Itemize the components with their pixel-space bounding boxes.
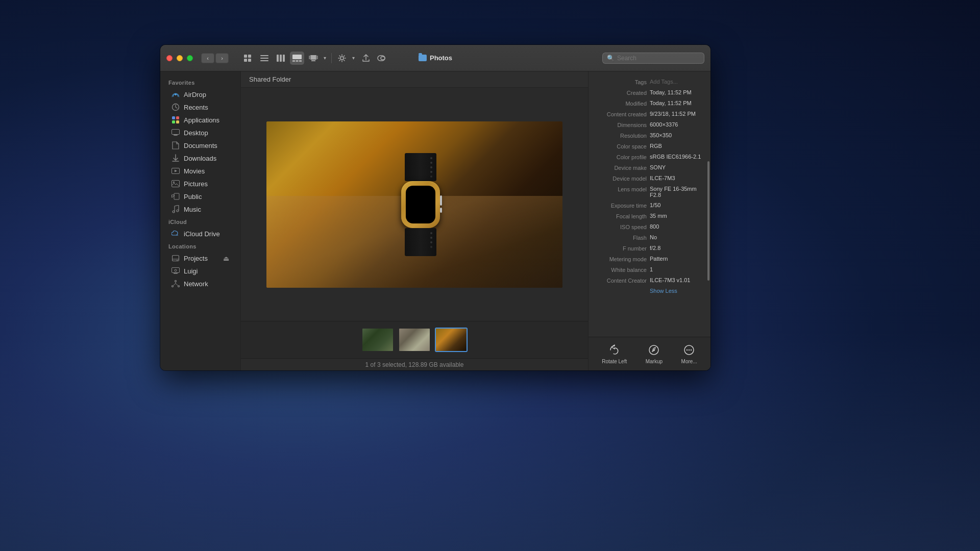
exposure-label: Exposure time xyxy=(596,202,647,209)
sidebar-item-movies[interactable]: Movies xyxy=(163,165,237,177)
close-button[interactable] xyxy=(166,55,173,61)
more-button[interactable]: More... xyxy=(681,343,697,364)
band-hole xyxy=(430,176,432,178)
info-row-color-space: Color space RGB xyxy=(596,143,703,149)
search-input[interactable] xyxy=(617,55,700,62)
view-icon-button[interactable] xyxy=(241,52,255,65)
svg-rect-11 xyxy=(292,60,295,62)
svg-rect-28 xyxy=(175,135,177,136)
info-row-created: Created Today, 11:52 PM xyxy=(596,89,703,96)
desktop-icon xyxy=(172,129,180,137)
sidebar-item-documents[interactable]: Documents xyxy=(163,139,237,152)
tag-icon xyxy=(377,54,387,62)
sidebar-item-downloads[interactable]: Downloads xyxy=(163,152,237,164)
svg-rect-5 xyxy=(260,58,268,59)
projects-label: Projects xyxy=(184,255,208,262)
favorites-section-label: Favorites xyxy=(160,77,240,88)
svg-rect-2 xyxy=(244,59,247,62)
sidebar-item-luigi[interactable]: Luigi xyxy=(163,265,237,277)
sidebar-item-recents[interactable]: Recents xyxy=(163,101,237,113)
sidebar-item-music[interactable]: Music xyxy=(163,203,237,215)
minimize-button[interactable] xyxy=(177,55,183,61)
network-icon xyxy=(172,280,180,288)
share-button[interactable] xyxy=(359,52,373,65)
documents-label: Documents xyxy=(184,142,217,149)
status-text: 1 of 3 selected, 128.89 GB available xyxy=(365,361,464,368)
info-scroll: Tags Add Tags... Created Today, 11:52 PM… xyxy=(589,71,710,337)
pictures-label: Pictures xyxy=(184,180,208,188)
desktop-label: Desktop xyxy=(184,129,208,137)
view-list-button[interactable] xyxy=(257,52,272,65)
public-label: Public xyxy=(184,193,202,201)
watch-band-top xyxy=(405,153,436,181)
back-button[interactable]: ‹ xyxy=(201,53,214,63)
svg-rect-24 xyxy=(172,120,175,123)
info-row-device-make: Device make SONY xyxy=(596,164,703,171)
svg-rect-22 xyxy=(172,116,175,119)
downloads-label: Downloads xyxy=(184,155,216,162)
network-label: Network xyxy=(184,280,208,288)
projects-eject-icon[interactable]: ⏏ xyxy=(223,255,229,262)
sidebar-item-projects[interactable]: Projects ⏏ xyxy=(163,252,237,264)
more-icon xyxy=(682,343,696,357)
watch-band-bottom xyxy=(405,228,436,256)
sidebar-item-airdrop[interactable]: AirDrop xyxy=(163,88,237,101)
info-scrollbar[interactable] xyxy=(707,161,709,281)
forward-button[interactable]: › xyxy=(215,53,229,63)
nav-buttons: ‹ › xyxy=(201,53,229,63)
band-hole xyxy=(430,171,432,173)
content-pane: Shared Folder xyxy=(241,71,588,370)
metering-value: Pattern xyxy=(650,256,668,262)
device-model-label: Device model xyxy=(596,175,647,182)
show-less-link[interactable]: Show Less xyxy=(650,288,677,294)
view-options-arrow-button[interactable]: ▾ xyxy=(350,52,357,65)
svg-point-41 xyxy=(175,281,177,282)
locations-section-label: Locations xyxy=(160,240,240,252)
rotate-left-button[interactable]: Rotate Left xyxy=(602,343,627,364)
image-viewer[interactable] xyxy=(241,88,588,321)
info-row-flash: Flash No xyxy=(596,234,703,241)
thumbnail-1[interactable] xyxy=(361,328,394,352)
focal-length-value: 35 mm xyxy=(650,213,667,219)
device-make-label: Device make xyxy=(596,164,647,171)
content-header: Shared Folder xyxy=(241,71,588,88)
tags-value[interactable]: Add Tags... xyxy=(650,79,678,85)
thumbnail-strip xyxy=(241,321,588,358)
svg-point-47 xyxy=(687,349,688,350)
more-label: More... xyxy=(681,359,697,364)
svg-rect-23 xyxy=(176,116,179,119)
view-coverflow-arrow-button[interactable]: ▾ xyxy=(321,52,328,65)
view-coverflow-button[interactable] xyxy=(306,52,321,65)
view-options-button[interactable] xyxy=(335,52,349,65)
view-column-button[interactable] xyxy=(274,52,288,65)
sidebar-item-desktop[interactable]: Desktop xyxy=(163,127,237,139)
modified-value: Today, 11:52 PM xyxy=(650,100,692,107)
rotate-left-label: Rotate Left xyxy=(602,359,627,364)
recents-label: Recents xyxy=(184,104,208,111)
sidebar-item-network[interactable]: Network xyxy=(163,278,237,290)
svg-rect-8 xyxy=(280,55,282,62)
icloud-icon xyxy=(172,230,180,238)
edit-tags-button[interactable] xyxy=(375,52,389,65)
thumbnail-2[interactable] xyxy=(398,328,431,352)
folder-icon xyxy=(419,55,427,61)
share-icon xyxy=(362,54,370,62)
maximize-button[interactable] xyxy=(187,55,193,61)
view-gallery-button[interactable] xyxy=(290,52,304,65)
sidebar-item-icloud-drive[interactable]: iCloud Drive xyxy=(163,228,237,240)
recents-icon xyxy=(172,103,180,111)
watch-crown xyxy=(440,195,442,206)
created-label: Created xyxy=(596,89,647,96)
sidebar-item-applications[interactable]: Applications xyxy=(163,114,237,126)
thumbnail-3[interactable] xyxy=(435,328,468,352)
sidebar-item-public[interactable]: Public xyxy=(163,190,237,203)
svg-rect-4 xyxy=(260,55,268,56)
markup-button[interactable]: Markup xyxy=(646,343,663,364)
movies-icon xyxy=(172,167,180,175)
svg-point-45 xyxy=(653,349,655,351)
svg-rect-26 xyxy=(172,130,180,135)
sidebar-item-pictures[interactable]: Pictures xyxy=(163,178,237,190)
info-actions: Rotate Left Markup xyxy=(589,337,710,370)
exposure-value: 1/50 xyxy=(650,202,660,209)
search-box[interactable]: 🔍 xyxy=(602,53,704,64)
